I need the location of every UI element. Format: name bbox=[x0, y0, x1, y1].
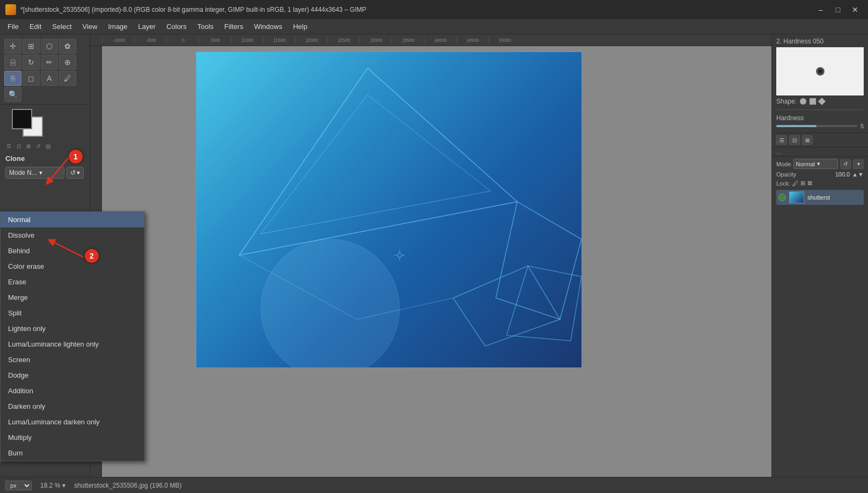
unit-select[interactable]: px mm in bbox=[5, 481, 32, 490]
image-canvas[interactable] bbox=[102, 46, 771, 477]
mode-dropdown-button[interactable]: Mode N... ▾ bbox=[5, 167, 64, 179]
zoom-tool[interactable]: 🔍 bbox=[4, 87, 21, 102]
svg-marker-3 bbox=[261, 95, 491, 234]
ruler-top: -1000 -500 0 |500 |1000 |1500 |2000 |250… bbox=[90, 34, 771, 46]
mode-option-multiply[interactable]: Multiply bbox=[1, 430, 144, 445]
mode-option-erase[interactable]: Erase bbox=[1, 274, 144, 290]
shape-diamond-option[interactable] bbox=[818, 98, 826, 105]
mode-option-darken-only[interactable]: Darken only bbox=[1, 399, 144, 414]
hardness-bar[interactable] bbox=[776, 125, 857, 127]
menu-help[interactable]: Help bbox=[288, 21, 313, 32]
mode-option-burn[interactable]: Burn bbox=[1, 445, 144, 461]
layers-icon[interactable]: ☰ bbox=[4, 142, 13, 150]
mode-option-dissolve[interactable]: Dissolve bbox=[1, 227, 144, 243]
svg-marker-2 bbox=[239, 68, 517, 255]
mode-reset-button[interactable]: ↺ ▾ bbox=[67, 167, 84, 179]
mode-dropdown-list: Normal Dissolve Behind Color erase Erase… bbox=[0, 211, 145, 461]
menu-tools[interactable]: Tools bbox=[192, 21, 219, 32]
mode-option-addition[interactable]: Addition bbox=[1, 383, 144, 399]
eyedropper-tool[interactable]: 🖊 bbox=[59, 71, 76, 86]
rotate-tool[interactable]: ↻ bbox=[23, 55, 40, 70]
clone-tool[interactable]: ⎘ bbox=[4, 71, 21, 86]
ruler-mark: |1000 bbox=[231, 38, 263, 43]
mode-option-luma-darken[interactable]: Luma/Luminance darken only bbox=[1, 414, 144, 430]
menu-filters[interactable]: Filters bbox=[219, 21, 248, 32]
mode-option-behind[interactable]: Behind bbox=[1, 243, 144, 259]
mode-option-color-erase[interactable]: Color erase bbox=[1, 259, 144, 274]
annotation-badge-2: 2 bbox=[85, 249, 99, 263]
zoom-dropdown-icon[interactable]: ▾ bbox=[62, 482, 65, 489]
lock-all-icon[interactable]: ⊠ bbox=[807, 180, 812, 187]
mode-option-lighten-only[interactable]: Lighten only bbox=[1, 321, 144, 336]
opacity-label: Opacity bbox=[776, 171, 796, 178]
foreground-color[interactable] bbox=[12, 109, 32, 129]
move-tool[interactable]: ✛ bbox=[4, 39, 21, 54]
window-controls: – □ ✕ bbox=[813, 3, 863, 16]
menu-windows[interactable]: Windows bbox=[248, 21, 288, 32]
ruler-mark: |2000 bbox=[295, 38, 327, 43]
paths-btn[interactable]: ⊠ bbox=[802, 135, 813, 145]
lock-alpha-icon[interactable]: ⊞ bbox=[800, 180, 805, 187]
right-panel: 2. Hardness 050 Shape: Hardness 5 ☰ bbox=[771, 34, 868, 477]
window-title: *[shutterstock_2535506] (imported)-8.0 (… bbox=[20, 6, 809, 13]
paint-tool[interactable]: ✏ bbox=[41, 55, 58, 70]
undo-icon[interactable]: ↺ bbox=[34, 142, 42, 150]
menu-select[interactable]: Select bbox=[47, 21, 77, 32]
mode-option-screen[interactable]: Screen bbox=[1, 352, 144, 367]
shape-square-option[interactable] bbox=[810, 98, 816, 105]
menu-file[interactable]: File bbox=[2, 21, 24, 32]
layer-mode-arrow-btn[interactable]: ▾ bbox=[853, 159, 864, 169]
layer-visibility-icon[interactable] bbox=[778, 194, 786, 201]
layer-thumbnail bbox=[789, 192, 804, 203]
options-icon[interactable]: ▤ bbox=[43, 142, 53, 150]
text-tool[interactable]: A bbox=[41, 71, 58, 86]
ruler-mark: |4000 bbox=[424, 38, 456, 43]
mode-row: Mode N... ▾ ↺ ▾ bbox=[2, 165, 87, 181]
close-button[interactable]: ✕ bbox=[848, 3, 863, 16]
paths-icon[interactable]: ⊠ bbox=[24, 142, 33, 150]
menu-layer[interactable]: Layer bbox=[133, 21, 161, 32]
shape-circle-option[interactable] bbox=[800, 98, 806, 105]
layer-mode-arrow: ▾ bbox=[817, 160, 820, 167]
status-filename: shutterstock_2535506.jpg (196.0 MB) bbox=[74, 482, 181, 489]
ruler-mark: -500 bbox=[134, 38, 166, 43]
mode-option-dodge[interactable]: Dodge bbox=[1, 367, 144, 383]
app-icon bbox=[5, 4, 16, 15]
lock-paint-icon[interactable]: 🖊 bbox=[792, 180, 798, 187]
opacity-stepper[interactable]: ▲▼ bbox=[852, 171, 864, 178]
mode-option-normal[interactable]: Normal bbox=[1, 212, 144, 227]
menu-edit[interactable]: Edit bbox=[24, 21, 47, 32]
layer-mode-reset[interactable]: ↺ bbox=[840, 159, 851, 169]
free-select-tool[interactable]: ⬡ bbox=[41, 39, 58, 54]
opacity-row: Opacity 100.0 ▲▼ bbox=[776, 171, 864, 178]
canvas-image-container[interactable] bbox=[196, 51, 582, 368]
three-dots: ... bbox=[772, 148, 868, 156]
channels-icon[interactable]: ⊡ bbox=[14, 142, 23, 150]
geometric-overlay bbox=[196, 52, 582, 367]
ruler-marks-top: -1000 -500 0 |500 |1000 |1500 |2000 |250… bbox=[102, 38, 520, 43]
ruler-mark: -1000 bbox=[102, 38, 134, 43]
fuzzy-select-tool[interactable]: ✿ bbox=[59, 39, 76, 54]
opacity-value: 100.0 bbox=[835, 171, 850, 178]
annotation-badge-1: 1 bbox=[69, 150, 83, 164]
mode-option-split[interactable]: Split bbox=[1, 305, 144, 321]
channels-btn[interactable]: ⊡ bbox=[789, 135, 800, 145]
heal-tool[interactable]: ⊕ bbox=[59, 55, 76, 70]
maximize-button[interactable]: □ bbox=[830, 3, 845, 16]
align-tool[interactable]: ⊞ bbox=[23, 39, 40, 54]
layers-btn[interactable]: ☰ bbox=[776, 135, 787, 145]
crop-tool[interactable]: ⌸ bbox=[4, 55, 21, 70]
minimize-button[interactable]: – bbox=[813, 3, 828, 16]
eraser-tool[interactable]: ◻ bbox=[23, 71, 40, 86]
menu-image[interactable]: Image bbox=[102, 21, 133, 32]
ruler-mark: |500 bbox=[198, 38, 231, 43]
ruler-mark: 0 bbox=[166, 38, 198, 43]
layer-row[interactable]: shutterst bbox=[776, 190, 864, 205]
lock-row: Lock: 🖊 ⊞ ⊠ bbox=[776, 180, 864, 187]
mode-option-merge[interactable]: Merge bbox=[1, 290, 144, 305]
mode-option-luma-lighten[interactable]: Luma/Luminance lighten only bbox=[1, 336, 144, 352]
menu-view[interactable]: View bbox=[77, 21, 103, 32]
menu-colors[interactable]: Colors bbox=[161, 21, 192, 32]
layer-mode-select[interactable]: Normal ▾ bbox=[793, 159, 838, 169]
status-zoom: 18.2 % ▾ bbox=[40, 482, 65, 489]
